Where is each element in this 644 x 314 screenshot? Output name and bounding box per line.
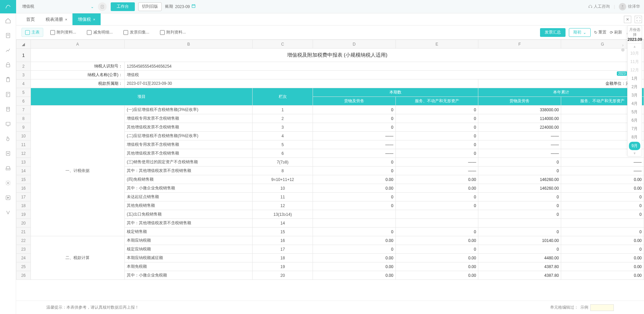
data-cell[interactable]: 0.00: [395, 254, 478, 262]
data-cell[interactable]: 0: [313, 114, 395, 123]
close-all-tabs-button[interactable]: ✕: [624, 16, 631, 23]
data-cell[interactable]: 0: [395, 123, 478, 132]
data-cell[interactable]: ——: [478, 149, 561, 158]
row-header[interactable]: 14: [16, 167, 31, 175]
nav-hand-icon[interactable]: [0, 131, 16, 146]
data-cell[interactable]: ——: [313, 132, 395, 140]
row-header[interactable]: 2: [16, 62, 31, 71]
note-icon-button[interactable]: [98, 2, 107, 11]
data-cell[interactable]: 0.00: [561, 271, 644, 280]
data-cell[interactable]: ——: [478, 140, 561, 149]
nav-clipboard-icon[interactable]: [0, 72, 16, 87]
nav-safe-icon[interactable]: [0, 58, 16, 72]
spreadsheet[interactable]: ◢ A B C D E F G 1增值税及附加税费申报表 (小规模纳税人适用) …: [16, 40, 644, 301]
data-cell[interactable]: 0: [395, 149, 478, 158]
row-header[interactable]: 10: [16, 132, 31, 140]
calendar-icon[interactable]: [191, 4, 196, 9]
nav-calc-icon[interactable]: [0, 87, 16, 102]
nav-doc-icon[interactable]: [0, 28, 16, 43]
row-header[interactable]: 16: [16, 184, 31, 193]
row-header[interactable]: 11: [16, 140, 31, 149]
tab-增值税[interactable]: 增值税×: [72, 13, 100, 25]
row-header[interactable]: 19: [16, 210, 31, 219]
data-cell[interactable]: 0.00: [561, 262, 644, 271]
subtab-附列资料...[interactable]: 附列资料...: [47, 28, 80, 37]
data-cell[interactable]: 0: [313, 158, 395, 167]
row-header[interactable]: 25: [16, 262, 31, 271]
data-cell[interactable]: 0: [561, 245, 644, 254]
nav-settings-icon[interactable]: [0, 176, 16, 190]
row-header[interactable]: 17: [16, 193, 31, 201]
row-header[interactable]: 26: [16, 271, 31, 280]
data-cell[interactable]: 0.00: [395, 236, 478, 245]
row-header[interactable]: 18: [16, 201, 31, 210]
data-cell[interactable]: 0.00: [561, 254, 644, 262]
data-cell[interactable]: [395, 210, 478, 219]
data-cell[interactable]: 0: [478, 193, 561, 201]
data-cell[interactable]: ——: [478, 132, 561, 140]
data-cell[interactable]: 0: [478, 201, 561, 210]
data-cell[interactable]: 0.00: [313, 184, 395, 193]
subtab-附列资料...[interactable]: 附列资料...: [156, 28, 190, 37]
data-cell[interactable]: 0: [313, 245, 395, 254]
col-header[interactable]: B: [125, 40, 253, 49]
tab-首页[interactable]: 首页: [21, 13, 40, 25]
nav-tax-icon[interactable]: [0, 102, 16, 117]
data-cell[interactable]: 0: [478, 228, 561, 236]
data-cell[interactable]: 0: [313, 106, 395, 114]
data-cell[interactable]: 0.00: [395, 262, 478, 271]
nav-chart-icon[interactable]: [0, 43, 16, 58]
row-header[interactable]: 15: [16, 175, 31, 184]
close-icon[interactable]: ×: [93, 17, 95, 21]
data-cell[interactable]: 0.00: [561, 175, 644, 184]
data-cell[interactable]: 4480.00: [478, 254, 561, 262]
subtab-主表[interactable]: 主表: [21, 28, 43, 37]
period-value[interactable]: 2023-09: [175, 4, 190, 9]
data-cell[interactable]: 0: [313, 123, 395, 132]
data-cell[interactable]: 0: [395, 140, 478, 149]
data-cell[interactable]: 0: [395, 228, 478, 236]
month-item[interactable]: 2月: [628, 83, 642, 91]
month-item[interactable]: 6月: [628, 116, 642, 125]
tab-税表清册[interactable]: 税表清册×: [40, 13, 72, 25]
data-cell[interactable]: 0: [395, 193, 478, 201]
data-cell[interactable]: 0: [561, 228, 644, 236]
page-scroll-control[interactable]: ›: [621, 43, 625, 52]
row-header[interactable]: 6: [16, 97, 31, 106]
row-header[interactable]: 5: [16, 88, 31, 97]
data-cell[interactable]: [478, 219, 561, 228]
month-item[interactable]: 5月: [628, 108, 642, 116]
reset-button[interactable]: ↻重置: [594, 29, 606, 35]
data-cell[interactable]: 0.00: [561, 236, 644, 245]
month-next-icon[interactable]: ▼: [628, 150, 642, 156]
col-header[interactable]: C: [253, 40, 313, 49]
data-cell[interactable]: 0: [313, 193, 395, 201]
row-header[interactable]: 8: [16, 114, 31, 123]
data-cell[interactable]: 0: [395, 245, 478, 254]
data-cell[interactable]: 146260.00: [478, 184, 561, 193]
data-cell[interactable]: 10140.00: [478, 236, 561, 245]
data-cell[interactable]: 0: [313, 201, 395, 210]
data-cell[interactable]: 0: [561, 210, 644, 219]
month-item[interactable]: 1月: [628, 74, 642, 83]
col-header[interactable]: D: [313, 40, 395, 49]
data-cell[interactable]: 0.00: [313, 262, 395, 271]
data-cell[interactable]: 0.00: [313, 271, 395, 280]
data-cell[interactable]: 0: [478, 158, 561, 167]
nav-export-icon[interactable]: [0, 146, 16, 161]
invoice-summary-button[interactable]: 发票汇总: [540, 28, 566, 37]
col-header[interactable]: F: [478, 40, 561, 49]
row-header[interactable]: 24: [16, 254, 31, 262]
data-cell[interactable]: ——: [561, 167, 644, 175]
data-cell[interactable]: 0: [478, 245, 561, 254]
row-header[interactable]: 9: [16, 123, 31, 132]
nav-home-icon[interactable]: [0, 13, 16, 28]
data-cell[interactable]: 0: [395, 106, 478, 114]
data-cell[interactable]: 0: [561, 193, 644, 201]
corner-cell[interactable]: ◢: [16, 40, 31, 49]
data-cell[interactable]: [561, 219, 644, 228]
data-cell[interactable]: ——: [313, 149, 395, 158]
month-item[interactable]: 8月: [628, 133, 642, 141]
page-dot[interactable]: [621, 48, 625, 52]
data-cell[interactable]: 0.00: [561, 184, 644, 193]
